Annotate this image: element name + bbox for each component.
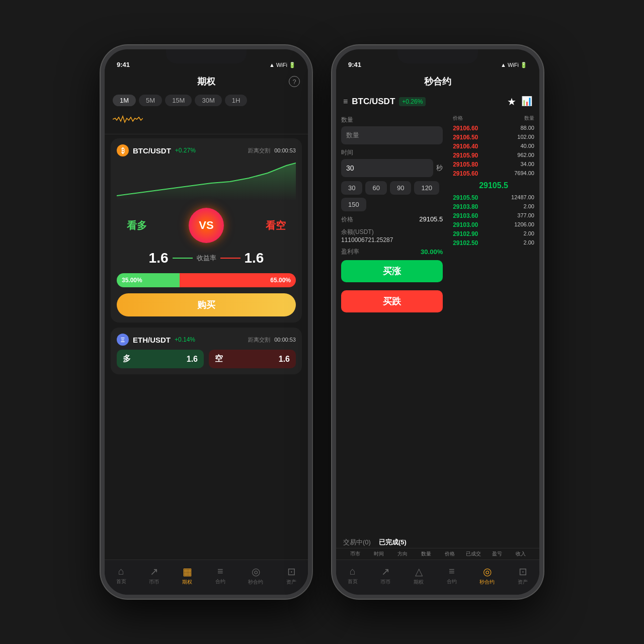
nav2-contracts-icon: ≡	[449, 566, 455, 577]
help-button[interactable]: ?	[289, 76, 300, 87]
order-col-1: 时间	[367, 550, 390, 557]
time-30[interactable]: 30	[341, 181, 362, 195]
nav2-assets[interactable]: ⊡ 资产	[518, 566, 528, 586]
buy-button[interactable]: 购买	[117, 293, 296, 316]
order-col-4: 价格	[438, 550, 461, 557]
nav2-market[interactable]: ↗ 币币	[380, 566, 390, 586]
nav-home[interactable]: ⌂ 首页	[116, 566, 126, 585]
tab-30m[interactable]: 30M	[195, 95, 221, 106]
btc-card-header: ₿ BTC/USDT +0.27% 距离交割 00:00:53	[117, 144, 296, 156]
ob-bid-qty-5: 2.00	[524, 239, 534, 247]
btc-coin-icon: ₿	[117, 144, 129, 156]
rate-line-green	[173, 258, 193, 259]
tab-1h[interactable]: 1H	[225, 95, 248, 106]
nav2-sec-label: 秒合约	[479, 579, 495, 586]
time-unit: 秒	[436, 164, 443, 173]
tab-5m[interactable]: 5M	[139, 95, 162, 106]
eth-coin-icon: Ξ	[117, 334, 129, 346]
pair-menu-icon[interactable]: ≡	[343, 97, 348, 106]
status-bar-1: 9:41 ▲ WiFi 🔋	[105, 49, 308, 71]
ob-bid-price-2: 29103.60	[453, 212, 478, 219]
phone-1: 9:41 ▲ WiFi 🔋 期权 ? 1M 5M 15M 30M 1H	[101, 45, 312, 599]
time-input[interactable]: 30	[341, 159, 433, 177]
options-icon: ▦	[183, 566, 192, 578]
rate-line-red	[220, 258, 240, 259]
ob-bid-qty-1: 2.00	[524, 203, 534, 210]
rate-left: 1.6	[149, 250, 169, 266]
nav2-options[interactable]: △ 期权	[414, 566, 424, 586]
price-label: 价格	[341, 215, 353, 224]
p1-title: 期权	[197, 75, 215, 88]
time-label: 时间	[341, 148, 443, 157]
order-tabs: 交易中(0) 已完成(5)	[343, 538, 532, 547]
assets-icon: ⊡	[287, 566, 296, 578]
time-150[interactable]: 150	[341, 198, 366, 211]
nav2-assets-icon: ⊡	[519, 566, 527, 578]
order-col-6: 盈亏	[485, 550, 509, 557]
tab-15m[interactable]: 15M	[165, 95, 192, 106]
tab-1m[interactable]: 1M	[113, 95, 136, 106]
eth-timer-label: 距离交割	[248, 336, 270, 344]
ob-ask-0: 29106.60 88.00	[451, 124, 536, 133]
ob-bid-4: 29102.90 2.00	[451, 229, 536, 238]
ob-bid-qty-3: 1206.00	[514, 221, 534, 228]
nav-assets[interactable]: ⊡ 资产	[286, 566, 296, 586]
vs-badge: VS	[189, 208, 224, 243]
p2-orderbook: 价格 数量 29106.60 88.00 29106.50 102.00 291…	[448, 112, 539, 535]
pair-name[interactable]: BTC/USDT	[352, 97, 395, 107]
eth-bear-label: 空	[215, 354, 223, 364]
ob-ask-price-3: 29105.90	[453, 152, 478, 159]
nav2-sec-icon: ◎	[483, 566, 492, 578]
ob-bid-5: 29102.50 2.00	[451, 238, 536, 248]
ob-bid-price-4: 29102.90	[453, 230, 478, 237]
btc-change: +0.27%	[175, 147, 196, 154]
ob-ask-qty-5: 7694.00	[514, 170, 534, 177]
nav2-contracts-label: 合约	[447, 578, 457, 585]
status-bar-2: 9:41 ▲ WiFi 🔋	[336, 49, 539, 71]
btc-chart	[117, 160, 296, 201]
tab-trading[interactable]: 交易中(0)	[343, 538, 371, 547]
progress-red-pct: 65.00%	[270, 277, 291, 284]
qty-input[interactable]: 数量	[341, 126, 443, 144]
qty-label: 数量	[341, 116, 443, 124]
sec-contracts-icon: ◎	[252, 566, 260, 578]
ob-ask-qty-2: 40.00	[520, 143, 534, 150]
ob-bid-qty-4: 2.00	[524, 230, 534, 237]
nav-home-label: 首页	[116, 578, 126, 585]
btc-card: ₿ BTC/USDT +0.27% 距离交割 00:00:53	[111, 138, 302, 323]
p1-tabs: 1M 5M 15M 30M 1H	[105, 92, 308, 109]
p2-title: 秒合约	[424, 75, 451, 88]
nav-options[interactable]: ▦ 期权	[182, 566, 192, 586]
time-90[interactable]: 90	[390, 181, 411, 195]
nav-contracts[interactable]: ≡ 合约	[215, 566, 225, 585]
eth-bull-label: 多	[123, 354, 131, 364]
ob-bid-price-0: 29105.50	[453, 194, 478, 201]
tab-completed[interactable]: 已完成(5)	[379, 538, 407, 547]
buy-label: 购买	[197, 299, 215, 311]
chart-icon[interactable]: 📊	[521, 96, 532, 108]
eth-card-header: Ξ ETH/USDT +0.14% 距离交割 00:00:53	[117, 334, 296, 346]
nav2-contracts[interactable]: ≡ 合约	[447, 566, 457, 585]
balance-section: 余额(USDT) 1110006721.25287	[341, 228, 443, 244]
buy-rise-button[interactable]: 买涨	[341, 260, 443, 282]
nav2-sec-contracts[interactable]: ◎ 秒合约	[479, 566, 495, 586]
market-icon: ↗	[150, 566, 158, 578]
contracts-icon: ≡	[217, 566, 223, 577]
favorite-icon[interactable]: ★	[507, 96, 516, 108]
eth-bull[interactable]: 多 1.6	[117, 350, 204, 368]
nav-market[interactable]: ↗ 币币	[149, 566, 159, 586]
ob-ask-4: 29105.80 34.00	[451, 160, 536, 169]
nav-sec-contracts[interactable]: ◎ 秒合约	[248, 566, 263, 586]
svg-marker-0	[117, 163, 296, 201]
rate-label: 收益率	[197, 254, 216, 263]
eth-mini-body: 多 1.6 空 1.6	[117, 350, 296, 368]
nav2-assets-label: 资产	[518, 579, 528, 586]
nav2-home[interactable]: ⌂ 首页	[348, 566, 358, 585]
time-120[interactable]: 120	[414, 181, 439, 195]
eth-bear[interactable]: 空 1.6	[209, 350, 296, 368]
buy-fall-button[interactable]: 买跌	[341, 290, 443, 312]
profit-label: 盈利率	[341, 248, 359, 256]
time-60[interactable]: 60	[365, 181, 386, 195]
bear-label: 看空	[266, 219, 296, 232]
waveform-svg	[113, 113, 143, 125]
